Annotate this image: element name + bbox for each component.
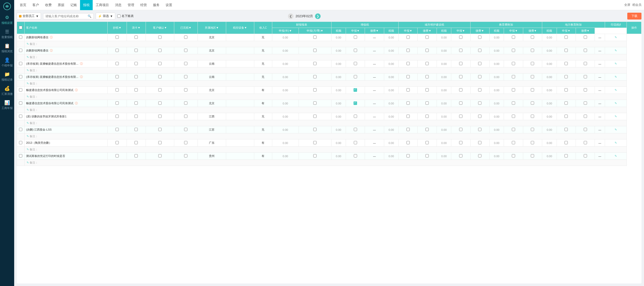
th-checkbox[interactable]	[17, 22, 25, 34]
edit-btn-cell[interactable]: ✎	[605, 47, 627, 54]
local-pay-cb-3[interactable]	[531, 75, 534, 78]
edu-pay-cb-cell[interactable]	[470, 100, 489, 107]
local-declare-cb-3[interactable]	[512, 75, 515, 78]
copy-tax-cb-1[interactable]	[115, 49, 119, 52]
row-checkbox-cell[interactable]	[17, 126, 25, 133]
report-month-cb-3[interactable]	[313, 75, 317, 78]
select-all-checkbox[interactable]	[19, 26, 22, 29]
local-declare-cb-cell[interactable]	[504, 100, 523, 107]
clear-card-cell[interactable]	[127, 34, 146, 41]
local-pay-cb-9[interactable]	[531, 154, 534, 157]
stamp-pay-cb-6[interactable]	[584, 115, 587, 118]
vat-declare-cb-8[interactable]	[354, 141, 357, 144]
local-declare-cb-cell[interactable]	[504, 60, 523, 67]
client-confirm-cb-6[interactable]	[158, 115, 162, 118]
stamp-declare-cb-2[interactable]	[564, 62, 568, 65]
vat-declare-cb-7[interactable]	[354, 128, 357, 131]
report-month-cb-cell[interactable]	[299, 139, 331, 147]
city-pay-cb-3[interactable]	[425, 75, 429, 78]
stamp-pay-cb-9[interactable]	[584, 154, 587, 157]
city-pay-cb-cell[interactable]	[418, 113, 437, 120]
city-pay-cb-cell[interactable]	[418, 60, 437, 67]
local-pay-cb-7[interactable]	[531, 128, 534, 131]
stamp-pay-cb-cell[interactable]	[576, 113, 595, 120]
client-confirm-cell[interactable]	[146, 74, 174, 81]
edu-declare-cb-7[interactable]	[459, 128, 462, 131]
city-declare-cb-cell[interactable]	[399, 47, 418, 54]
row-checkbox-cell[interactable]	[17, 34, 25, 41]
vat-declare-cb-cell[interactable]	[346, 153, 365, 160]
vat-declare-cb-cell[interactable]	[346, 126, 365, 133]
vat-declare-cb-cell[interactable]	[346, 139, 365, 147]
client-confirm-cell[interactable]	[146, 34, 174, 41]
nav-operation[interactable]: 经营	[137, 0, 150, 10]
city-declare-cb-2[interactable]	[406, 62, 410, 65]
stamp-declare-cb-cell[interactable]	[557, 74, 576, 81]
sidebar-item-tax-browse[interactable]: 📋 报税浏览	[0, 41, 14, 55]
edit-btn-cell[interactable]: ✎	[605, 100, 627, 107]
staff-filter[interactable]: 全部员工 ▼	[17, 13, 41, 20]
city-declare-cb-cell[interactable]	[399, 74, 418, 81]
city-pay-cb-cell[interactable]	[418, 47, 437, 54]
copy-tax-cell[interactable]	[108, 47, 127, 54]
local-declare-cb-cell[interactable]	[504, 87, 523, 94]
report-month-cb-1[interactable]	[313, 49, 317, 52]
paid-tax-cb-4[interactable]	[184, 88, 187, 92]
stamp-declare-cb-6[interactable]	[564, 115, 568, 118]
local-pay-cb-cell[interactable]	[523, 60, 542, 67]
local-declare-cb-cell[interactable]	[504, 113, 523, 120]
edu-pay-cb-8[interactable]	[478, 141, 481, 144]
city-declare-cb-4[interactable]	[406, 88, 410, 92]
copy-tax-cell[interactable]	[108, 113, 127, 120]
local-pay-cb-cell[interactable]	[523, 34, 542, 41]
stamp-pay-cb-cell[interactable]	[576, 153, 595, 160]
city-declare-cb-7[interactable]	[406, 128, 410, 131]
copy-tax-cb-3[interactable]	[115, 75, 119, 78]
edu-declare-cb-0[interactable]	[459, 35, 462, 39]
clear-card-cb-1[interactable]	[134, 49, 138, 52]
stamp-declare-cb-cell[interactable]	[557, 34, 576, 41]
city-pay-cb-cell[interactable]	[418, 126, 437, 133]
edit-icon-0[interactable]: ✎	[615, 36, 617, 39]
local-pay-cb-6[interactable]	[531, 115, 534, 118]
local-pay-cb-0[interactable]	[531, 35, 534, 39]
edu-pay-cb-3[interactable]	[478, 75, 481, 78]
paid-tax-cell[interactable]	[174, 34, 198, 41]
client-confirm-cb-5[interactable]	[158, 101, 162, 105]
clear-card-cb-8[interactable]	[134, 141, 138, 144]
client-confirm-cell[interactable]	[146, 113, 174, 120]
paid-tax-cell[interactable]	[174, 47, 198, 54]
sidebar-item-annual-report[interactable]: 📊 工商年报	[0, 98, 14, 112]
city-declare-cb-6[interactable]	[406, 115, 410, 118]
edu-pay-cb-6[interactable]	[478, 115, 481, 118]
copy-tax-cb-2[interactable]	[115, 62, 119, 65]
clear-card-cell[interactable]	[127, 87, 146, 94]
vat-declare-cb-cell[interactable]	[346, 60, 365, 67]
stamp-declare-cb-0[interactable]	[564, 35, 568, 39]
filter-button[interactable]: ⚡ 筛选 ▼	[96, 13, 115, 20]
copy-tax-cb-4[interactable]	[115, 88, 119, 92]
edu-declare-cb-6[interactable]	[459, 115, 462, 118]
stamp-declare-cb-5[interactable]	[564, 101, 568, 105]
row-checkbox-cell[interactable]	[17, 87, 25, 94]
edu-pay-cb-1[interactable]	[478, 49, 481, 52]
stamp-declare-cb-cell[interactable]	[557, 153, 576, 160]
city-declare-cb-0[interactable]	[406, 35, 410, 39]
row-checkbox-5[interactable]	[19, 101, 22, 105]
stamp-declare-cb-3[interactable]	[564, 75, 568, 78]
city-declare-cb-8[interactable]	[406, 141, 410, 144]
city-declare-cb-cell[interactable]	[399, 153, 418, 160]
copy-tax-cell[interactable]	[108, 100, 127, 107]
edu-pay-cb-cell[interactable]	[470, 113, 489, 120]
paid-tax-cb-0[interactable]	[184, 35, 187, 39]
edit-icon-7[interactable]: ✎	[615, 128, 617, 131]
paid-tax-cb-6[interactable]	[184, 115, 187, 118]
sidebar-item-personal-tax[interactable]: 👤 个税申报	[0, 55, 14, 69]
row-checkbox-2[interactable]	[19, 62, 22, 65]
edit-icon-3[interactable]: ✎	[615, 75, 617, 78]
clear-card-cell[interactable]	[127, 74, 146, 81]
paid-tax-cell[interactable]	[174, 100, 198, 107]
row-checkbox-9[interactable]	[19, 154, 22, 157]
copy-tax-cell[interactable]	[108, 139, 127, 147]
edu-declare-cb-cell[interactable]	[451, 153, 470, 160]
